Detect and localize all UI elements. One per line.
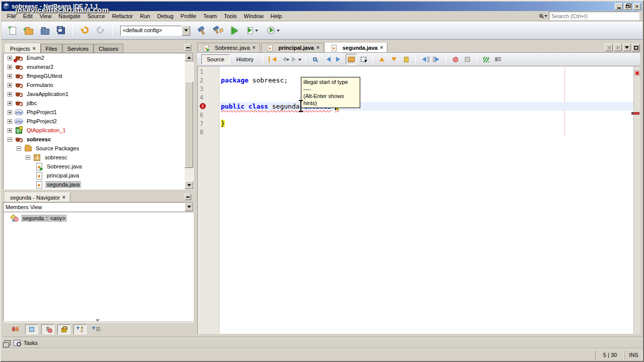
shift-line-left-button[interactable] bbox=[419, 54, 430, 65]
previous-bookmark-button[interactable] bbox=[376, 54, 387, 65]
profile-dropdown-icon[interactable] bbox=[277, 30, 280, 33]
new-file-button[interactable]: + bbox=[6, 24, 20, 38]
minimize-button[interactable] bbox=[615, 3, 623, 10]
projects-tree[interactable]: Enum2 enumerar2 ffmpegGUItest Formulario… bbox=[3, 53, 194, 190]
menu-help[interactable]: Help bbox=[267, 12, 286, 21]
tree-item-qtapplication1[interactable]: QtApplication_1 bbox=[8, 126, 193, 135]
sort-by-source-button[interactable] bbox=[90, 324, 103, 334]
tab-files[interactable]: Files bbox=[41, 44, 62, 53]
tree-item-enumerar2[interactable]: enumerar2 bbox=[8, 62, 193, 71]
editor-tab-sobreesc[interactable]: Sobreesc.java × bbox=[197, 43, 260, 52]
tree-item-segunda-java[interactable]: segunda.java bbox=[27, 180, 193, 189]
opened-documents-dropdown-button[interactable] bbox=[623, 44, 631, 51]
tree-item-javaapplication1[interactable]: JavaApplication1 bbox=[8, 89, 193, 99]
build-project-button[interactable] bbox=[195, 24, 209, 38]
tree-item-formulario[interactable]: Formulario bbox=[8, 80, 193, 89]
toggle-bookmark-button[interactable] bbox=[400, 54, 412, 65]
restore-button[interactable] bbox=[624, 3, 632, 10]
search-dropdown-icon[interactable] bbox=[544, 15, 547, 19]
tree-item-phpproject1[interactable]: PhpProject1 bbox=[8, 108, 193, 117]
open-project-button[interactable] bbox=[38, 24, 52, 38]
expand-icon[interactable] bbox=[8, 101, 12, 106]
close-icon[interactable]: × bbox=[316, 46, 319, 50]
navigator-view-dropdown-button[interactable] bbox=[185, 203, 193, 211]
last-edit-location-button[interactable] bbox=[267, 54, 278, 65]
code-editor[interactable]: 1 2 3 4 ! 6 7 8 package sobreesc; public… bbox=[197, 66, 640, 334]
save-all-button[interactable] bbox=[54, 24, 68, 38]
show-static-button[interactable]: S bbox=[41, 324, 54, 334]
search-input[interactable] bbox=[549, 12, 639, 20]
navigator-view-selector[interactable]: Members View bbox=[3, 202, 194, 212]
find-selection-button[interactable] bbox=[309, 54, 320, 65]
editor-tab-principal[interactable]: principal.java × bbox=[261, 43, 324, 52]
tasks-label[interactable]: Tasks bbox=[24, 340, 38, 346]
tree-item-sobreesc-java[interactable]: Sobreesc.java bbox=[27, 162, 193, 171]
close-icon[interactable]: × bbox=[380, 46, 383, 50]
expand-icon[interactable] bbox=[8, 65, 12, 69]
show-non-public-button[interactable] bbox=[57, 324, 70, 334]
close-icon[interactable]: × bbox=[253, 46, 256, 50]
menu-tools[interactable]: Tools bbox=[220, 12, 240, 21]
start-macro-recording-button[interactable] bbox=[450, 54, 461, 65]
tab-projects[interactable]: Projects × bbox=[5, 44, 41, 53]
expand-icon[interactable] bbox=[8, 56, 12, 60]
scroll-down-button[interactable] bbox=[185, 181, 193, 189]
error-stripe-line-mark[interactable] bbox=[631, 112, 639, 115]
tab-navigator[interactable]: segunda - Navigator × bbox=[5, 193, 70, 202]
tree-item-sobreesc-package[interactable]: sobreesc bbox=[26, 153, 193, 162]
comment-button[interactable] bbox=[480, 54, 492, 65]
next-occurrence-button[interactable] bbox=[334, 54, 345, 65]
config-dropdown-button[interactable] bbox=[182, 26, 190, 36]
scroll-up-button[interactable] bbox=[185, 53, 193, 61]
expand-icon[interactable] bbox=[8, 128, 12, 133]
editor-gutter[interactable]: 1 2 3 4 ! 6 7 8 bbox=[198, 66, 219, 334]
expand-icon[interactable] bbox=[8, 119, 12, 124]
clean-and-build-button[interactable] bbox=[211, 24, 225, 38]
tree-item-principal-java[interactable]: principal.java bbox=[27, 171, 193, 180]
shift-line-right-button[interactable] bbox=[431, 54, 442, 65]
close-button[interactable]: × bbox=[633, 3, 641, 10]
close-icon[interactable]: × bbox=[33, 47, 36, 51]
search-icon[interactable] bbox=[539, 14, 543, 18]
next-bookmark-button[interactable] bbox=[388, 54, 399, 65]
redo-button[interactable] bbox=[94, 24, 108, 38]
navigator-item-segunda[interactable]: segunda :: <any> bbox=[11, 214, 193, 223]
tree-scrollbar[interactable] bbox=[185, 53, 193, 189]
back-button[interactable] bbox=[279, 54, 290, 65]
navigator-members[interactable]: segunda :: <any> bbox=[3, 212, 194, 321]
uncomment-button[interactable] bbox=[493, 54, 504, 65]
collapse-icon[interactable] bbox=[26, 155, 30, 160]
run-project-button[interactable] bbox=[227, 24, 242, 38]
tree-item-enum2[interactable]: Enum2 bbox=[8, 53, 193, 62]
sort-alphabetically-button[interactable]: AZ bbox=[73, 324, 87, 334]
collapse-icon[interactable] bbox=[8, 137, 12, 142]
toggle-highlight-button[interactable] bbox=[346, 54, 357, 65]
expand-icon[interactable] bbox=[8, 92, 12, 97]
minimize-navigator-panel-button[interactable] bbox=[185, 194, 191, 200]
menu-window[interactable]: Window bbox=[240, 12, 267, 21]
tree-item-ffmpeggui[interactable]: ffmpegGUItest bbox=[8, 71, 193, 80]
history-view-button[interactable]: History bbox=[231, 54, 259, 64]
tab-services[interactable]: Services bbox=[62, 44, 94, 53]
tab-classes[interactable]: Classes bbox=[94, 44, 123, 53]
menu-profile[interactable]: Profile bbox=[177, 12, 200, 21]
error-stripe[interactable] bbox=[633, 66, 640, 334]
show-inherited-button[interactable] bbox=[9, 324, 22, 334]
scroll-tabs-left-button[interactable] bbox=[605, 44, 613, 51]
tree-item-sobreesc-project[interactable]: sobreesc bbox=[8, 135, 193, 144]
maximize-editor-button[interactable] bbox=[632, 44, 640, 51]
config-selector[interactable]: <default config> bbox=[120, 26, 190, 36]
debug-dropdown-icon[interactable] bbox=[255, 30, 258, 33]
expand-icon[interactable] bbox=[8, 74, 12, 78]
forward-button[interactable] bbox=[291, 54, 302, 65]
tree-item-jdbc[interactable]: jdbc bbox=[8, 99, 193, 108]
tree-item-phpproject2[interactable]: PhpProject2 bbox=[8, 117, 193, 126]
code-pane[interactable]: package sobreesc; public class segunda e… bbox=[220, 66, 633, 334]
scroll-tabs-right-button[interactable] bbox=[614, 44, 622, 51]
expand-icon[interactable] bbox=[8, 83, 12, 87]
close-icon[interactable]: × bbox=[62, 196, 65, 200]
show-fields-button[interactable] bbox=[25, 324, 38, 334]
stop-macro-recording-button[interactable] bbox=[462, 54, 473, 65]
tree-item-source-packages[interactable]: Source Packages bbox=[17, 144, 193, 153]
collapse-icon[interactable] bbox=[17, 146, 21, 151]
